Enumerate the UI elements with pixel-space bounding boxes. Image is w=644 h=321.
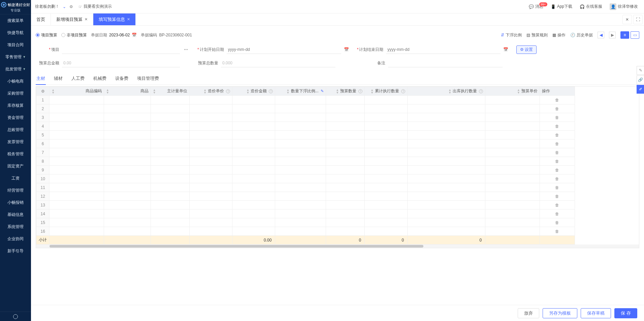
user-menu[interactable]: 👤 徐泽华修改 <box>608 3 640 10</box>
table-row[interactable]: 13🗑 <box>36 201 575 210</box>
delete-row-icon[interactable]: 🗑 <box>555 203 559 207</box>
table-row[interactable]: 14🗑 <box>36 210 575 218</box>
scrollbar-thumb[interactable] <box>50 245 423 248</box>
col-budget_qty[interactable]: ▲▼预算数量? <box>326 87 365 96</box>
table-row[interactable]: 3🗑 <box>36 113 575 122</box>
horizontal-scrollbar[interactable] <box>36 245 639 248</box>
history-next[interactable]: ▶ <box>609 32 616 38</box>
col-exec_total[interactable]: ▲▼累计执行数量? <box>365 87 408 96</box>
subtab-1[interactable]: 辅材 <box>53 73 63 85</box>
tab-0[interactable]: 首页 <box>31 13 51 25</box>
sidebar-item-0[interactable]: 搜索菜单 <box>0 14 31 27</box>
sidebar-item-19[interactable]: 新手引导 <box>0 245 31 257</box>
sidebar-item-9[interactable]: 总账管理 <box>0 124 31 136</box>
calendar-icon[interactable]: 📅 <box>132 33 137 37</box>
link-history[interactable]: 🕘历史单据 <box>570 32 593 38</box>
link-down-ratio[interactable]: ⇵下浮比例 <box>501 32 522 38</box>
radio-nonproject-budget[interactable]: 非项目预算 <box>61 32 87 38</box>
table-row[interactable]: 16🗑 <box>36 227 575 236</box>
view-list[interactable]: ≡ <box>620 31 629 39</box>
sidebar-item-5[interactable]: 小畅电商 <box>0 75 31 87</box>
gear-icon[interactable]: ⚙ <box>41 89 45 94</box>
delete-row-icon[interactable]: 🗑 <box>555 229 559 234</box>
calendar-icon[interactable]: 📅 <box>503 47 508 52</box>
sidebar-item-2[interactable]: 项目合同 <box>0 39 31 51</box>
delete-row-icon[interactable]: 🗑 <box>555 212 559 216</box>
col-cost_price[interactable]: ▲▼造价单价? <box>190 87 232 96</box>
sidebar-item-1[interactable]: 快捷导航 <box>0 27 31 39</box>
sidebar-item-6[interactable]: 采购管理 <box>0 87 31 99</box>
delete-row-icon[interactable]: 🗑 <box>555 194 559 199</box>
doc-date-value[interactable]: 2023-06-02 <box>109 33 130 37</box>
delete-row-icon[interactable]: 🗑 <box>555 124 559 129</box>
delete-row-icon[interactable]: 🗑 <box>555 106 559 111</box>
tabs-close-all[interactable]: ✕ <box>622 15 632 24</box>
view-card[interactable]: ▭ <box>631 31 639 39</box>
subtab-2[interactable]: 人工费 <box>71 73 85 85</box>
messages-button[interactable]: 💬 消息 99+ <box>527 4 545 9</box>
subtab-5[interactable]: 项目管理费 <box>136 73 160 85</box>
table-row[interactable]: 4🗑 <box>36 122 575 131</box>
history-prev[interactable]: ◀ <box>598 32 604 38</box>
delete-row-icon[interactable]: 🗑 <box>555 168 559 172</box>
cancel-button[interactable]: 放弃 <box>518 308 539 318</box>
plan-end-input[interactable] <box>386 45 501 54</box>
sidebar-item-15[interactable]: 小畅报销 <box>0 196 31 208</box>
delete-row-icon[interactable]: 🗑 <box>555 220 559 225</box>
link-budget-rules[interactable]: ▤预算规则 <box>526 32 548 38</box>
help-icon[interactable]: ? <box>479 89 483 93</box>
col-out_qty[interactable]: ▲▼出库执行数量? <box>408 87 485 96</box>
link-operations[interactable]: ▦操作 <box>552 32 566 38</box>
rail-edit[interactable]: ✐ <box>637 85 644 94</box>
save-button[interactable]: 保 存 <box>614 308 637 318</box>
close-icon[interactable]: ✕ <box>127 17 130 22</box>
tab-1[interactable]: 新增项目预算✕ <box>51 13 93 25</box>
project-input[interactable] <box>62 45 180 54</box>
col-down_ratio[interactable]: ▲▼数量下浮比例...✎ <box>275 87 326 96</box>
table-row[interactable]: 10🗑 <box>36 174 575 183</box>
delete-row-icon[interactable]: 🗑 <box>555 133 559 137</box>
rail-attachment[interactable]: 🔗 <box>637 75 644 84</box>
save-template-button[interactable]: 另存为模板 <box>543 308 577 318</box>
sidebar-settings[interactable] <box>0 312 31 321</box>
table-row[interactable]: 6🗑 <box>36 139 575 148</box>
remark-input[interactable] <box>388 59 503 67</box>
col-name[interactable]: ▲▼商品 <box>104 87 151 96</box>
help-icon[interactable]: ? <box>401 89 405 93</box>
help-icon[interactable]: ? <box>358 89 362 93</box>
tabs-expand[interactable]: ⛶ <box>633 15 643 24</box>
sidebar-item-17[interactable]: 系统管理 <box>0 221 31 233</box>
calendar-icon[interactable]: 📅 <box>344 47 349 52</box>
col-code[interactable]: ▲▼商品编码 <box>50 87 104 96</box>
demo-link[interactable]: ☞ 我要看实例演示 <box>78 4 112 9</box>
sidebar-item-13[interactable]: 工资 <box>0 172 31 184</box>
delete-row-icon[interactable]: 🗑 <box>555 176 559 181</box>
download-button[interactable]: 📱 App下载 <box>549 4 574 9</box>
subtab-3[interactable]: 机械费 <box>93 73 107 85</box>
sidebar-item-16[interactable]: 基础信息 <box>0 208 31 221</box>
support-button[interactable]: 🎧 在线客服 <box>578 4 604 9</box>
rail-annotation[interactable]: ✎ <box>637 66 644 75</box>
col-budget_price[interactable]: ▲▼预算单价 <box>485 87 540 96</box>
sidebar-item-12[interactable]: 固定资产 <box>0 160 31 172</box>
sidebar-item-3[interactable]: 零售管理▼ <box>0 51 31 63</box>
table-row[interactable]: 15🗑 <box>36 218 575 227</box>
table-row[interactable]: 8🗑 <box>36 157 575 166</box>
sidebar-item-7[interactable]: 库存核算 <box>0 99 31 111</box>
delete-row-icon[interactable]: 🗑 <box>555 185 559 190</box>
project-lookup[interactable]: ⋯ <box>183 47 189 52</box>
plan-start-input[interactable] <box>227 45 341 54</box>
delete-row-icon[interactable]: 🗑 <box>555 150 559 155</box>
sidebar-item-10[interactable]: 发票管理 <box>0 136 31 148</box>
table-row[interactable]: 7🗑 <box>36 148 575 157</box>
save-draft-button[interactable]: 保存草稿 <box>581 308 611 318</box>
help-icon[interactable]: ? <box>269 89 273 93</box>
delete-row-icon[interactable]: 🗑 <box>555 115 559 120</box>
edit-icon[interactable]: ✎ <box>321 89 324 93</box>
radio-project-budget[interactable]: 项目预算 <box>36 32 57 38</box>
delete-row-icon[interactable]: 🗑 <box>555 98 559 102</box>
sidebar-item-4[interactable]: 批发管理▼ <box>0 63 31 75</box>
table-row[interactable]: 5🗑 <box>36 131 575 139</box>
table-row[interactable]: 1🗑 <box>36 96 575 104</box>
table-row[interactable]: 11🗑 <box>36 183 575 192</box>
